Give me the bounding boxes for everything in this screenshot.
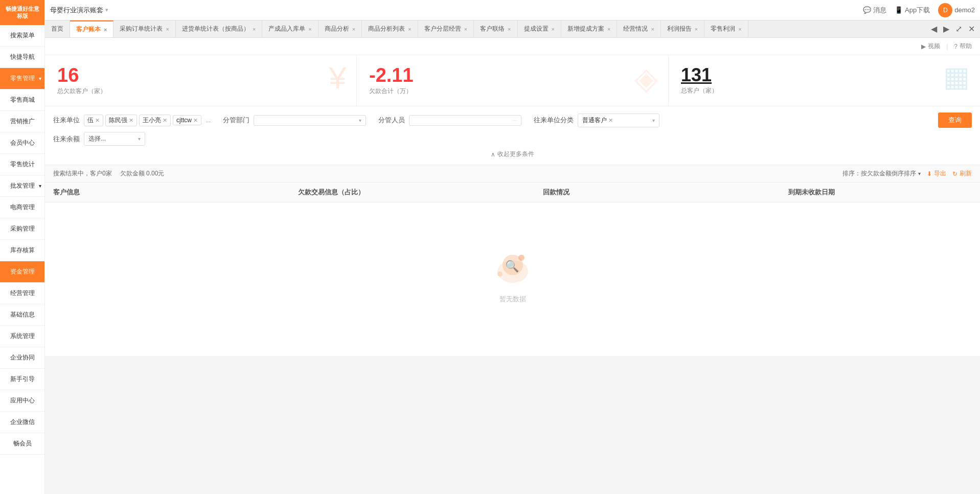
sidebar-item-11[interactable]: 资金管理: [0, 261, 44, 283]
tab-item-2[interactable]: 采购订单统计表×: [113, 20, 175, 38]
unit-tag-close-0[interactable]: ✕: [95, 117, 100, 124]
tab-item-3[interactable]: 进货单统计表（按商品）×: [176, 20, 262, 38]
sort-select[interactable]: 排序：按欠款金额倒序排序 ▾: [842, 169, 921, 178]
tab-item-6[interactable]: 商品分析列表×: [362, 20, 418, 38]
unit-tag-3: cjttcw ✕: [173, 115, 201, 125]
username: demo2: [954, 6, 975, 14]
unit-label: 往来单位: [53, 116, 80, 125]
tab-close-9[interactable]: ×: [552, 26, 555, 32]
overdue-amount: 欠款金额 0.00元: [120, 169, 165, 178]
tab-item-8[interactable]: 客户联络×: [474, 20, 517, 38]
sort-label: 排序：按欠款金额倒序排序: [842, 169, 916, 178]
table-col-1: 欠款交易信息（占比）: [298, 188, 543, 197]
tab-close-8[interactable]: ×: [508, 26, 511, 32]
export-button[interactable]: ⬇ 导出: [927, 169, 946, 178]
stat-number-1: 16: [57, 65, 106, 85]
stat-text-2: -2.11 欠款合计（万）: [369, 65, 414, 96]
app-download-btn[interactable]: 📱 App下载: [895, 6, 930, 15]
svg-text:🔍: 🔍: [505, 259, 519, 273]
sidebar-item-15[interactable]: 企业协同: [0, 347, 44, 369]
unit-tag-1: 陈民强 ✕: [105, 115, 137, 126]
collapse-button[interactable]: ∧ 收起更多条件: [491, 150, 534, 159]
tab-item-0[interactable]: 首页: [45, 20, 70, 38]
tab-expand-icon[interactable]: ⤢: [953, 23, 964, 35]
tab-close-4[interactable]: ×: [308, 26, 311, 32]
empty-text: 暂无数据: [499, 295, 526, 304]
tab-item-4[interactable]: 产成品入库单×: [262, 20, 318, 38]
video-btn[interactable]: ▶ 视频: [921, 42, 940, 51]
content-area: ▶ 视频 | ? 帮助 ¥ 16 总欠款客户（家）: [45, 38, 980, 494]
sidebar-item-19[interactable]: 畅会员: [0, 433, 44, 455]
sidebar-item-6[interactable]: 零售统计: [0, 154, 44, 175]
tab-close-2[interactable]: ×: [166, 26, 169, 32]
tab-close-6[interactable]: ×: [408, 26, 411, 32]
tab-item-7[interactable]: 客户分层经营×: [418, 20, 474, 38]
sidebar-item-4[interactable]: 营销推广: [0, 111, 44, 132]
stat-label-3: 总客户（家）: [681, 86, 718, 95]
logo-text: 畅捷通好生意 标版: [3, 5, 41, 20]
tab-item-1[interactable]: 客户账本×: [70, 20, 113, 38]
tab-close-3[interactable]: ×: [253, 26, 256, 32]
stat-icon-1: ¥: [329, 60, 346, 96]
tab-item-11[interactable]: 经营情况×: [617, 20, 660, 38]
tab-item-13[interactable]: 零售利润×: [704, 20, 748, 38]
tab-prev-icon[interactable]: ◀: [929, 23, 939, 35]
sidebar-item-9[interactable]: 采购管理: [0, 218, 44, 240]
unit-tag-close-1[interactable]: ✕: [129, 117, 133, 124]
stat-icon-2: ◈: [634, 60, 658, 96]
tab-close-10[interactable]: ×: [607, 26, 610, 32]
unit-class-tag-close[interactable]: ✕: [608, 117, 613, 124]
empty-illustration: 🔍: [490, 243, 536, 289]
sidebar-item-2[interactable]: 零售管理: [0, 68, 44, 89]
tab-close-11[interactable]: ×: [651, 26, 654, 32]
balance-select[interactable]: 选择... ▾: [84, 132, 145, 146]
stat-card-customers: ¥ 16 总欠款客户（家）: [45, 55, 357, 106]
tab-close-13[interactable]: ×: [738, 26, 741, 32]
sidebar-item-8[interactable]: 电商管理: [0, 197, 44, 218]
chevron-down-icon[interactable]: ▾: [105, 7, 108, 13]
user-avatar-area[interactable]: D demo2: [938, 3, 975, 17]
tab-next-icon[interactable]: ▶: [941, 23, 951, 35]
dept-select[interactable]: ▾: [254, 115, 366, 126]
help-btn[interactable]: ? 帮助: [954, 42, 972, 51]
stat-number-3[interactable]: 131: [681, 66, 718, 84]
tab-item-9[interactable]: 提成设置×: [518, 20, 561, 38]
tab-close-12[interactable]: ×: [695, 26, 698, 32]
sidebar-item-7[interactable]: 批发管理: [0, 175, 44, 197]
tab-close-7[interactable]: ×: [464, 26, 467, 32]
sidebar-item-12[interactable]: 经营管理: [0, 283, 44, 304]
sidebar-item-16[interactable]: 新手引导: [0, 369, 44, 390]
stat-icon-3: ▦: [943, 60, 970, 93]
account-selector[interactable]: 母婴行业演示账套 ▾: [50, 6, 108, 15]
messages-btn[interactable]: 💬 消息: [863, 6, 886, 15]
tab-item-12[interactable]: 利润报告×: [661, 20, 704, 38]
sidebar-item-1[interactable]: 快捷导航: [0, 47, 44, 68]
sidebar-item-17[interactable]: 应用中心: [0, 390, 44, 412]
refresh-button[interactable]: ↻ 刷新: [952, 169, 972, 178]
tabbar: 首页客户账本×采购订单统计表×进货单统计表（按商品）×产成品入库单×商品分析×商…: [45, 20, 980, 38]
tab-close-5[interactable]: ×: [352, 26, 355, 32]
sidebar-item-0[interactable]: 搜索菜单: [0, 25, 44, 47]
tab-close-all-icon[interactable]: ✕: [966, 23, 977, 35]
tab-item-5[interactable]: 商品分析×: [318, 20, 362, 38]
topbar: 母婴行业演示账套 ▾ 💬 消息 📱 App下载 D demo2: [45, 0, 980, 20]
unit-tag-close-3[interactable]: ✕: [193, 117, 198, 124]
sidebar-item-5[interactable]: 会员中心: [0, 132, 44, 154]
tab-close-1[interactable]: ×: [104, 27, 107, 33]
sidebar-item-13[interactable]: 基础信息: [0, 304, 44, 326]
unit-class-select[interactable]: 普通客户 ✕ ▾: [578, 114, 659, 127]
sidebar-item-3[interactable]: 零售商城: [0, 89, 44, 111]
unit-tag-close-2[interactable]: ✕: [163, 117, 167, 124]
person-select[interactable]: ···: [409, 115, 521, 126]
query-button[interactable]: 查询: [938, 113, 972, 128]
sidebar-item-18[interactable]: 企业微信: [0, 412, 44, 433]
export-icon: ⬇: [927, 170, 932, 177]
filter-more-btn[interactable]: ...: [206, 117, 211, 124]
tab-item-10[interactable]: 新增提成方案×: [561, 20, 617, 38]
sidebar-item-14[interactable]: 系统管理: [0, 326, 44, 347]
collapse-icon: ∧: [491, 151, 495, 158]
sidebar-item-10[interactable]: 库存核算: [0, 240, 44, 261]
result-bar: 搜索结果中，客户0家 欠款金额 0.00元 排序：按欠款金额倒序排序 ▾ ⬇ 导…: [45, 165, 980, 183]
sidebar-logo: 畅捷通好生意 标版: [0, 0, 44, 25]
unit-class-tag: 普通客户 ✕: [582, 116, 613, 125]
